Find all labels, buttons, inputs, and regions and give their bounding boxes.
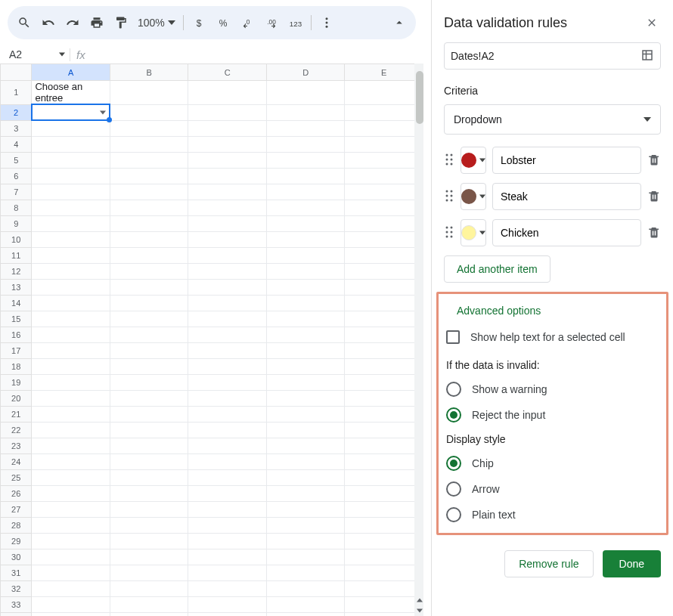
cell[interactable] [345, 517, 423, 533]
delete-icon[interactable] [647, 225, 661, 241]
col-header-d[interactable]: D [266, 64, 345, 81]
cell[interactable] [32, 200, 110, 215]
cell[interactable] [32, 390, 110, 406]
cell[interactable] [266, 485, 345, 501]
close-icon[interactable] [643, 14, 661, 32]
cell[interactable] [32, 612, 110, 616]
cell[interactable] [110, 120, 188, 136]
cell[interactable] [266, 406, 345, 422]
cell[interactable] [345, 406, 423, 422]
cell[interactable] [266, 453, 345, 469]
arrow-radio[interactable] [446, 481, 461, 497]
cell[interactable] [110, 200, 188, 215]
row-header[interactable]: 26 [1, 485, 32, 501]
color-chip[interactable] [461, 219, 486, 246]
cell[interactable] [266, 501, 345, 517]
cell[interactable] [188, 358, 267, 374]
cell[interactable] [110, 81, 188, 105]
plain-text-radio[interactable] [446, 507, 461, 522]
cell[interactable] [266, 231, 345, 247]
cell[interactable] [32, 327, 110, 342]
row-header[interactable]: 30 [1, 549, 32, 565]
print-icon[interactable] [86, 12, 107, 33]
cell[interactable] [188, 390, 267, 406]
cell[interactable] [266, 81, 345, 105]
cell[interactable] [110, 612, 188, 616]
cell[interactable] [110, 327, 188, 342]
cell[interactable] [32, 152, 110, 168]
cell[interactable] [266, 358, 345, 374]
decrease-decimal-icon[interactable]: .0 [237, 12, 258, 33]
cell[interactable] [345, 184, 423, 200]
cell[interactable] [110, 580, 188, 596]
cell[interactable] [266, 612, 345, 616]
currency-icon[interactable]: $ [188, 12, 209, 33]
col-header-e[interactable]: E [345, 64, 423, 81]
row-header[interactable]: 8 [1, 200, 32, 215]
cell[interactable] [188, 485, 267, 501]
select-range-icon[interactable] [640, 48, 654, 64]
cell[interactable] [188, 81, 267, 105]
cell[interactable] [266, 247, 345, 263]
cell[interactable] [345, 580, 423, 596]
cell[interactable] [110, 596, 188, 612]
cell[interactable] [188, 136, 267, 152]
cell[interactable] [110, 279, 188, 295]
row-header[interactable]: 25 [1, 469, 32, 485]
cell[interactable] [266, 311, 345, 327]
cell[interactable] [32, 342, 110, 358]
row-header[interactable]: 6 [1, 168, 32, 184]
cell[interactable] [266, 215, 345, 231]
row-header[interactable]: 29 [1, 533, 32, 549]
cell[interactable] [188, 295, 267, 311]
row-header[interactable]: 7 [1, 184, 32, 200]
row-header[interactable]: 22 [1, 422, 32, 438]
increase-decimal-icon[interactable]: .00 [261, 12, 282, 33]
cell[interactable] [345, 104, 423, 120]
more-icon[interactable] [316, 12, 337, 33]
cell[interactable] [345, 279, 423, 295]
cell[interactable] [345, 390, 423, 406]
cell[interactable] [188, 580, 267, 596]
spreadsheet-grid[interactable]: A B C D E 1Choose an entree 2 3 4 5 6 7 … [0, 63, 423, 616]
cell[interactable] [266, 342, 345, 358]
cell[interactable] [110, 184, 188, 200]
cell[interactable] [32, 501, 110, 517]
cell[interactable] [188, 565, 267, 580]
item-value-input[interactable] [492, 219, 641, 246]
cell[interactable] [345, 358, 423, 374]
cell[interactable] [266, 533, 345, 549]
cell[interactable] [110, 390, 188, 406]
item-value-input[interactable] [492, 147, 641, 174]
cell[interactable] [345, 152, 423, 168]
cell[interactable] [110, 168, 188, 184]
drag-handle-icon[interactable] [444, 224, 454, 242]
cell[interactable] [345, 200, 423, 215]
cell[interactable] [32, 596, 110, 612]
cell[interactable] [188, 311, 267, 327]
drag-handle-icon[interactable] [444, 188, 454, 206]
row-header[interactable]: 5 [1, 152, 32, 168]
criteria-dropdown[interactable]: Dropdown [444, 104, 661, 135]
cell[interactable] [110, 231, 188, 247]
cell[interactable] [266, 549, 345, 565]
cell[interactable] [345, 327, 423, 342]
cell[interactable] [32, 453, 110, 469]
cell[interactable] [32, 120, 110, 136]
row-header[interactable]: 15 [1, 311, 32, 327]
row-header[interactable]: 19 [1, 374, 32, 390]
cell[interactable] [188, 247, 267, 263]
cell[interactable] [32, 438, 110, 453]
cell[interactable] [345, 612, 423, 616]
row-header[interactable]: 11 [1, 247, 32, 263]
cell[interactable] [188, 104, 267, 120]
cell[interactable] [345, 215, 423, 231]
cell[interactable] [32, 469, 110, 485]
cell[interactable] [110, 533, 188, 549]
name-box[interactable]: A2 [5, 45, 70, 63]
done-button[interactable]: Done [603, 550, 661, 577]
cell[interactable] [32, 517, 110, 533]
cell[interactable] [110, 247, 188, 263]
cell[interactable] [345, 168, 423, 184]
cell[interactable] [110, 469, 188, 485]
